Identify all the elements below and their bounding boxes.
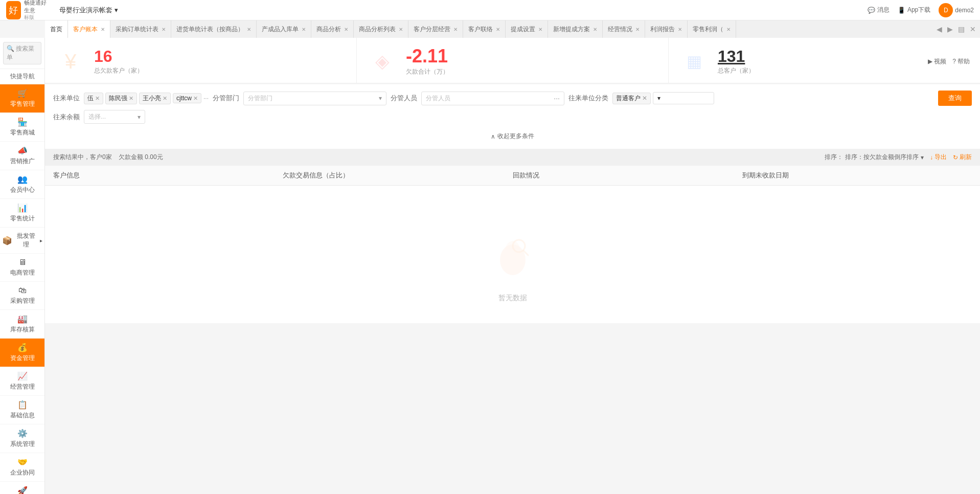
sort-select[interactable]: 排序： 排序：按欠款金额倒序排序 ▾ [825, 153, 924, 162]
message-btn[interactable]: 💬 消息 [868, 6, 890, 14]
tab-label: 新增提成方案 [553, 25, 590, 34]
tab-customer-contact[interactable]: 客户联络 ✕ [463, 20, 506, 38]
sidebar-item-guide[interactable]: 🚀 新手引导 [0, 482, 44, 494]
filter-tag-chen[interactable]: 陈民强 ✕ [105, 93, 137, 104]
sidebar-item-zero-retail[interactable]: 🛒 零售管理 [0, 84, 44, 113]
sidebar-item-basic-info[interactable]: 📋 基础信息 [0, 396, 44, 424]
data-table: 客户信息 欠款交易信息（占比） 回款情况 到期未收款日期 暂无数据 [45, 166, 980, 323]
refresh-icon: ↻ [953, 154, 958, 161]
dept-label: 分管部门 [213, 94, 239, 103]
sidebar-item-label: 营销推广 [10, 157, 35, 166]
export-btn[interactable]: ↓ 导出 [930, 153, 947, 162]
shop-icon: 🏪 [17, 117, 28, 127]
col-header-2: 欠款交易信息（占比） [283, 171, 512, 180]
tag-close-icon[interactable]: ✕ [129, 95, 133, 102]
tab-home[interactable]: 首页 [45, 20, 68, 38]
filter-tag-wang[interactable]: 王小亮 ✕ [139, 93, 171, 104]
sidebar-item-inventory[interactable]: 🏭 库存核算 [0, 310, 44, 339]
store-selector[interactable]: 母婴行业演示帐套 ▾ [59, 6, 118, 15]
tab-close-all-btn[interactable]: ✕ [968, 24, 978, 34]
tab-prev-btn[interactable]: ◀ [935, 24, 944, 34]
close-icon[interactable]: ✕ [247, 27, 251, 32]
sidebar-item-wholesale[interactable]: 📦 批发管理 ▸ [0, 228, 44, 254]
classify-tag[interactable]: 普通客户 ✕ [612, 93, 651, 104]
info-icon: 📋 [17, 400, 28, 410]
stat-label-total: 总客户（家） [718, 66, 755, 75]
finance-icon: 💰 [17, 343, 28, 352]
video-link[interactable]: ▶ 视频 [928, 57, 946, 66]
sidebar-item-retail-stats[interactable]: 📊 零售统计 [0, 199, 44, 228]
tab-purchase-order[interactable]: 采购订单统计表 ✕ [110, 20, 171, 38]
col-header-1: 客户信息 [53, 171, 283, 180]
top-bar-left: 好 畅捷通好生意 标版 母婴行业演示帐套 ▾ [6, 0, 118, 21]
filter-tag-cjttcw[interactable]: cjttcw ✕ [173, 93, 201, 103]
sidebar-item-label: 企业协同 [10, 468, 35, 477]
tab-customers[interactable]: 客户账本 ✕ [68, 20, 110, 38]
sidebar-item-member[interactable]: 👥 会员中心 [0, 170, 44, 199]
tag-close-icon[interactable]: ✕ [642, 95, 647, 102]
tab-retail-profit[interactable]: 零售利润（ ✕ [688, 20, 736, 38]
sidebar-item-label: 零售商城 [10, 128, 35, 137]
export-label: 导出 [935, 153, 947, 162]
sidebar-item-purchase[interactable]: 🛍 采购管理 [0, 282, 44, 310]
tab-label: 产成品入库单 [262, 25, 299, 34]
dept-select[interactable]: 分管部门 ▾ [243, 92, 386, 105]
tab-new-promote[interactable]: 新增提成方案 ✕ [548, 20, 603, 38]
filter-more-btn[interactable]: ··· [203, 95, 209, 102]
close-icon[interactable]: ✕ [678, 27, 682, 32]
classify-dropdown[interactable]: ▾ [653, 92, 714, 104]
tag-close-icon[interactable]: ✕ [163, 95, 167, 102]
sidebar-item-operation[interactable]: 📈 经营管理 [0, 367, 44, 396]
sidebar-item-finance[interactable]: 💰 资金管理 [0, 339, 44, 367]
collapse-btn[interactable]: ∧ 收起更多条件 [491, 132, 534, 141]
app-download-btn[interactable]: 📱 App下载 [898, 6, 930, 14]
balance-select[interactable]: 选择... ▾ [84, 110, 145, 124]
close-icon[interactable]: ✕ [162, 27, 166, 32]
person-select[interactable]: 分管人员 ··· [421, 92, 564, 105]
sidebar-item-label: 库存核算 [10, 325, 35, 334]
enterprise-icon: 🤝 [17, 457, 28, 467]
tag-close-icon[interactable]: ✕ [95, 95, 100, 102]
tab-operation[interactable]: 经营情况 ✕ [603, 20, 645, 38]
search-menu-btn[interactable]: 🔍 搜索菜单 [3, 42, 41, 64]
close-icon[interactable]: ✕ [399, 27, 403, 32]
tab-next-btn[interactable]: ▶ [945, 24, 955, 34]
logo-text: 畅捷通好生意 [24, 0, 51, 14]
close-icon[interactable]: ✕ [101, 27, 105, 32]
sidebar: 🔍 搜索菜单 快捷导航 🛒 零售管理 🏪 零售商城 📣 营销推广 👥 会员中心 … [0, 38, 45, 494]
sidebar-item-retail-mall[interactable]: 🏪 零售商城 [0, 113, 44, 142]
tab-production[interactable]: 产成品入库单 ✕ [257, 20, 311, 38]
tab-stock-stats[interactable]: 进货单统计表（按商品） ✕ [171, 20, 257, 38]
member-icon: 👥 [17, 174, 28, 184]
close-icon[interactable]: ✕ [635, 27, 640, 32]
tab-profit-report[interactable]: 利润报告 ✕ [645, 20, 688, 38]
close-icon[interactable]: ✕ [726, 27, 731, 32]
sidebar-item-ecommerce[interactable]: 🖥 电商管理 [0, 254, 44, 282]
close-icon[interactable]: ✕ [496, 27, 500, 32]
tag-close-icon[interactable]: ✕ [193, 95, 198, 102]
close-icon[interactable]: ✕ [593, 27, 597, 32]
sidebar-item-enterprise[interactable]: 🤝 企业协同 [0, 453, 44, 482]
close-icon[interactable]: ✕ [538, 27, 542, 32]
quick-nav-btn[interactable]: 快捷导航 [0, 69, 44, 84]
dots-icon[interactable]: ··· [554, 94, 560, 102]
tab-promote-settings[interactable]: 提成设置 ✕ [506, 20, 548, 38]
tab-product-analysis-list[interactable]: 商品分析列表 ✕ [354, 20, 408, 38]
tab-label: 利润报告 [650, 25, 675, 34]
refresh-btn[interactable]: ↻ 刷新 [953, 153, 972, 162]
tab-menu-btn[interactable]: ▤ [956, 24, 967, 34]
sidebar-item-marketing[interactable]: 📣 营销推广 [0, 142, 44, 170]
user-menu[interactable]: D demo2 [939, 3, 974, 17]
refresh-label: 刷新 [960, 153, 972, 162]
help-link[interactable]: ? 帮助 [952, 57, 970, 66]
close-icon[interactable]: ✕ [344, 27, 348, 32]
filter-tag-wu[interactable]: 伍 ✕ [84, 93, 103, 104]
col-header-3: 回款情况 [513, 171, 742, 180]
query-button[interactable]: 查询 [938, 91, 972, 106]
sidebar-item-system[interactable]: ⚙️ 系统管理 [0, 424, 44, 453]
tab-label: 商品分析 [316, 25, 341, 34]
close-icon[interactable]: ✕ [302, 27, 306, 32]
tab-product-analysis[interactable]: 商品分析 ✕ [311, 20, 354, 38]
close-icon[interactable]: ✕ [453, 27, 458, 32]
tab-customer-segment[interactable]: 客户分层经营 ✕ [408, 20, 463, 38]
